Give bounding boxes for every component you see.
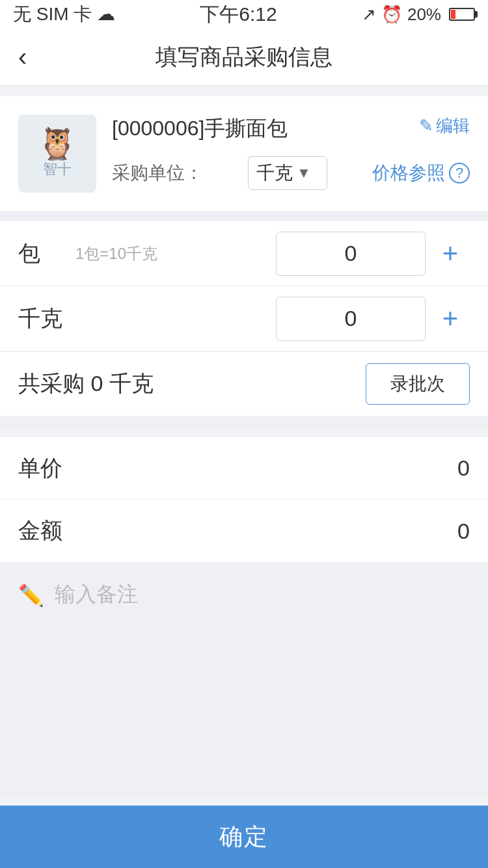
product-image: 🦉 智十 (18, 115, 96, 193)
note-placeholder: 输入备注 (55, 580, 138, 609)
status-bar: 无 SIM 卡 ☁ 下午6:12 ↗ ⏰ 20% (0, 0, 488, 29)
unit-price-row: 单价 0 (0, 437, 488, 500)
edit-label: 编辑 (436, 115, 470, 137)
unit-label: 采购单位： (112, 161, 203, 185)
input-section: 包 1包=10千克 0 + 千克 0 + (0, 221, 488, 351)
price-section: 单价 0 金额 0 (0, 437, 488, 562)
info-icon: ? (449, 163, 470, 183)
bag-plus-button[interactable]: + (431, 232, 470, 276)
status-right: ↗ ⏰ 20% (362, 5, 475, 25)
divider-band-2 (0, 416, 488, 427)
kg-input[interactable]: 0 (276, 297, 426, 341)
unit-price-label: 单价 (18, 454, 62, 483)
edit-button[interactable]: ✎ 编辑 (419, 115, 470, 137)
nav-bar: ‹ 填写商品采购信息 (0, 29, 488, 86)
back-button[interactable]: ‹ (18, 42, 27, 72)
bag-input[interactable]: 0 (276, 232, 426, 276)
product-image-label: 智十 (43, 159, 72, 179)
kg-plus-button[interactable]: + (431, 297, 470, 341)
no-sim-text: 无 SIM 卡 ☁ (13, 2, 115, 27)
amount-value: 0 (457, 519, 470, 544)
divider-band (0, 211, 488, 221)
battery-icon (449, 8, 475, 21)
kg-input-wrap: 0 + (276, 297, 470, 341)
amount-label: 金额 (18, 516, 62, 546)
amount-row: 金额 0 (0, 500, 488, 562)
pencil-icon: ✏️ (18, 583, 44, 608)
battery-percent: 20% (407, 5, 441, 25)
status-left: 无 SIM 卡 ☁ (13, 2, 115, 27)
chevron-down-icon: ▼ (297, 165, 311, 182)
unit-value: 千克 (256, 161, 293, 185)
kg-label: 千克 (18, 304, 70, 334)
product-name-row: [0000006]手撕面包 ✎ 编辑 (112, 115, 470, 143)
product-name: [0000006]手撕面包 (112, 115, 419, 143)
unit-select[interactable]: 千克 ▼ (248, 156, 327, 190)
bag-input-wrap: 0 + (276, 232, 470, 276)
product-owl-icon: 🦉 (38, 128, 77, 159)
edit-icon: ✎ (419, 116, 433, 136)
page-title: 填写商品采购信息 (156, 42, 332, 72)
kg-input-row: 千克 0 + (0, 286, 488, 351)
batch-button[interactable]: 录批次 (366, 363, 470, 405)
bag-input-row: 包 1包=10千克 0 + (0, 221, 488, 286)
unit-row: 采购单位： 千克 ▼ 价格参照 ? (112, 156, 470, 190)
confirm-button[interactable]: 确定 (0, 806, 488, 868)
note-section[interactable]: ✏️ 输入备注 (0, 562, 488, 796)
alarm-icon: ⏰ (381, 5, 402, 25)
bag-sub-label: 1包=10千克 (75, 243, 157, 264)
product-info: [0000006]手撕面包 ✎ 编辑 采购单位： 千克 ▼ 价格参照 ? (112, 115, 470, 190)
unit-price-value: 0 (457, 455, 470, 481)
total-label: 共采购 0 千克 (18, 369, 154, 399)
status-time: 下午6:12 (200, 1, 277, 28)
product-card: 🦉 智十 [0000006]手撕面包 ✎ 编辑 采购单位： 千克 ▼ 价格参照 … (0, 96, 488, 211)
price-ref-label: 价格参照 (372, 161, 445, 185)
price-ref-button[interactable]: 价格参照 ? (372, 161, 470, 185)
bag-label: 包 (18, 239, 70, 269)
total-row: 共采购 0 千克 录批次 (0, 351, 488, 416)
location-icon: ↗ (362, 5, 376, 25)
